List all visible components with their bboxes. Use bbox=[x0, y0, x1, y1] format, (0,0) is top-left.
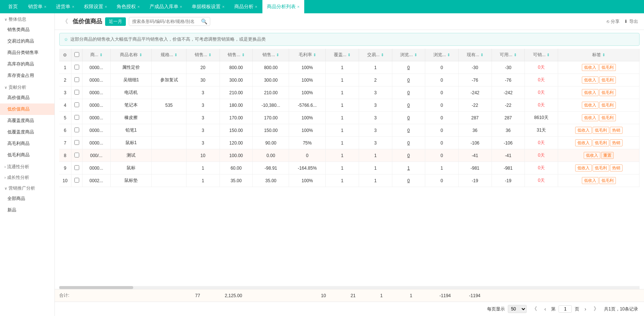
th-spec[interactable]: 规格... ⇕ bbox=[152, 49, 187, 61]
th-avail[interactable]: 可用... ⇕ bbox=[492, 49, 525, 61]
sidebar-group-flow[interactable]: › 流通性分析 bbox=[0, 161, 54, 171]
sidebar-item-traded-goods[interactable]: 交易过的商品 bbox=[0, 35, 54, 47]
cell-view1[interactable]: 0 bbox=[392, 86, 425, 99]
scrollbar-thumb[interactable] bbox=[59, 286, 133, 289]
th-view1[interactable]: 浏览... ⇕ bbox=[392, 49, 425, 61]
sidebar-item-high-stock[interactable]: 高库存的商品 bbox=[0, 58, 54, 70]
th-view2[interactable]: 浏览... ⇕ bbox=[425, 49, 459, 61]
row-checkbox[interactable] bbox=[74, 77, 79, 82]
view-link[interactable]: 0 bbox=[407, 90, 410, 95]
close-icon[interactable]: × bbox=[180, 4, 182, 9]
cell-view1[interactable]: 0 bbox=[392, 124, 425, 137]
th-trade[interactable]: 交易... ⇕ bbox=[359, 49, 392, 61]
sidebar-item-low-profit[interactable]: 低毛利商品 bbox=[0, 149, 54, 161]
sidebar-item-category-sales[interactable]: 商品分类销售率 bbox=[0, 47, 54, 58]
view-link[interactable]: 0 bbox=[407, 78, 410, 83]
th-profit-rate[interactable]: 毛利率 ⇕ bbox=[289, 49, 326, 61]
nav-home[interactable]: 首页 bbox=[3, 0, 23, 13]
sidebar-group-growth[interactable]: › 成长性分析 bbox=[0, 171, 54, 182]
th-saleable[interactable]: 可销... ⇕ bbox=[525, 49, 558, 61]
nav-tab-products[interactable]: 产成品入库单 × bbox=[145, 0, 187, 13]
view-link[interactable]: 1 bbox=[407, 166, 410, 171]
nav-tab-analysis-list[interactable]: 商品分析列表 × bbox=[262, 0, 304, 13]
cell-checkbox[interactable] bbox=[71, 112, 82, 124]
export-button[interactable]: ⬇ 导出 bbox=[624, 18, 638, 25]
sidebar-item-new-goods[interactable]: 新品 bbox=[0, 204, 54, 216]
cell-checkbox[interactable] bbox=[71, 74, 82, 86]
nav-tab-analysis[interactable]: 商品分析 × bbox=[230, 0, 262, 13]
cell-view1[interactable]: 0 bbox=[392, 149, 425, 162]
select-all-checkbox[interactable] bbox=[74, 52, 79, 57]
th-tags[interactable]: 标签 ⇕ bbox=[558, 49, 640, 61]
view-link[interactable]: 0 bbox=[407, 115, 410, 120]
view-link[interactable]: 0 bbox=[407, 65, 410, 70]
cell-view1[interactable]: 0 bbox=[392, 99, 425, 112]
sidebar-group-contribution[interactable]: ∨ 贡献分析 bbox=[0, 81, 54, 92]
th-name[interactable]: 商品名称 ⇕ bbox=[110, 49, 151, 61]
period-button[interactable]: 近一月 bbox=[105, 17, 126, 26]
close-icon[interactable]: × bbox=[255, 4, 257, 9]
page-number-input[interactable] bbox=[559, 305, 572, 313]
view-link[interactable]: 0 bbox=[407, 128, 410, 133]
search-input[interactable] bbox=[129, 17, 210, 26]
first-page-button[interactable]: 《 bbox=[530, 305, 539, 313]
close-icon[interactable]: × bbox=[297, 4, 299, 9]
nav-tab-purchase[interactable]: 进货单 × bbox=[51, 0, 78, 13]
per-page-select[interactable]: 50 100 200 bbox=[508, 305, 527, 313]
row-checkbox[interactable] bbox=[74, 90, 79, 95]
sidebar-group-overview[interactable]: ∨ 整体信息 bbox=[0, 13, 54, 24]
cell-view1[interactable]: 0 bbox=[392, 137, 425, 149]
cell-view1[interactable]: 1 bbox=[392, 162, 425, 174]
view-link[interactable]: 0 bbox=[407, 178, 410, 183]
cell-checkbox[interactable] bbox=[71, 137, 82, 149]
th-code[interactable]: 商... ⇕ bbox=[82, 49, 110, 61]
view-link[interactable]: 0 bbox=[407, 153, 410, 158]
cell-checkbox[interactable] bbox=[71, 162, 82, 174]
cell-view1[interactable]: 0 bbox=[392, 112, 425, 124]
row-checkbox[interactable] bbox=[74, 115, 79, 120]
row-checkbox[interactable] bbox=[74, 140, 79, 145]
nav-tab-template[interactable]: 单据模板设置 × bbox=[187, 0, 229, 13]
cell-view1[interactable]: 0 bbox=[392, 61, 425, 74]
last-page-button[interactable]: 》 bbox=[591, 305, 601, 313]
cell-checkbox[interactable] bbox=[71, 61, 82, 74]
cell-checkbox[interactable] bbox=[71, 124, 82, 137]
nav-tab-role[interactable]: 角色授权 × bbox=[112, 0, 144, 13]
row-checkbox[interactable] bbox=[74, 178, 79, 183]
view-link[interactable]: 0 bbox=[407, 140, 410, 146]
close-icon[interactable]: × bbox=[137, 4, 140, 9]
nav-tab-sales[interactable]: 销货单 × bbox=[24, 0, 51, 13]
sidebar-item-all-goods[interactable]: 全部商品 bbox=[0, 193, 54, 204]
nav-tab-permissions[interactable]: 权限设置 × bbox=[80, 0, 111, 13]
th-settings[interactable]: ⚙ bbox=[59, 49, 71, 61]
cell-checkbox[interactable] bbox=[71, 149, 82, 162]
row-checkbox[interactable] bbox=[74, 153, 79, 157]
th-checkbox[interactable] bbox=[71, 49, 82, 61]
close-icon[interactable]: × bbox=[105, 4, 107, 9]
view-link[interactable]: 0 bbox=[407, 103, 410, 108]
next-page-button[interactable]: › bbox=[582, 305, 588, 313]
row-checkbox[interactable] bbox=[74, 102, 79, 107]
row-checkbox[interactable] bbox=[74, 165, 79, 170]
th-coverage[interactable]: 覆盖... ⇕ bbox=[326, 49, 359, 61]
share-button[interactable]: ⎋ 分享 bbox=[607, 18, 620, 25]
sidebar-item-high-value[interactable]: 高价值商品 bbox=[0, 92, 54, 103]
cell-checkbox[interactable] bbox=[71, 174, 82, 187]
row-checkbox[interactable] bbox=[74, 65, 79, 69]
th-qty[interactable]: 销售... ⇕ bbox=[186, 49, 219, 61]
close-icon[interactable]: × bbox=[72, 4, 74, 9]
cell-view1[interactable]: 0 bbox=[392, 74, 425, 86]
sidebar-item-high-profit[interactable]: 高毛利商品 bbox=[0, 138, 54, 149]
sidebar-item-stock-capital[interactable]: 库存资金占用 bbox=[0, 70, 54, 81]
th-avg[interactable]: 销售... ⇕ bbox=[253, 49, 289, 61]
sidebar-collapse-button[interactable]: 《 bbox=[61, 18, 70, 26]
horizontal-scrollbar[interactable] bbox=[59, 286, 640, 289]
cell-view1[interactable]: 0 bbox=[392, 174, 425, 187]
sidebar-item-sales-goods[interactable]: 销售类商品 bbox=[0, 24, 54, 35]
close-icon[interactable]: × bbox=[44, 4, 46, 9]
sidebar-item-high-coverage[interactable]: 高覆盖度商品 bbox=[0, 115, 54, 126]
cell-checkbox[interactable] bbox=[71, 99, 82, 112]
th-amt[interactable]: 销售... ⇕ bbox=[219, 49, 253, 61]
th-stock[interactable]: 现有... ⇕ bbox=[458, 49, 492, 61]
close-icon[interactable]: × bbox=[222, 4, 224, 9]
